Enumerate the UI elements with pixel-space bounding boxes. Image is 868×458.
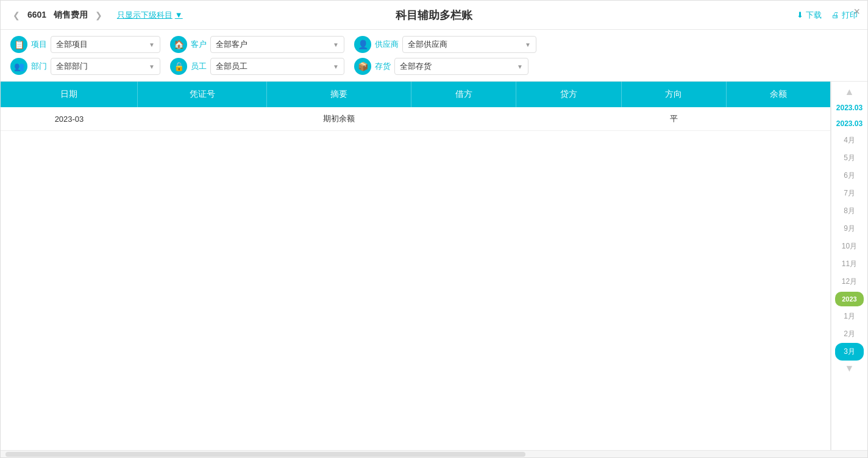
timeline-year-2023[interactable]: 2023 bbox=[835, 292, 864, 306]
show-sub-button[interactable]: 只显示下级科目 ▼ bbox=[117, 10, 183, 21]
bottom-scrollbar-thumb bbox=[5, 452, 525, 457]
main-window: ❮ 6601 销售费用 ❯ 只显示下级科目 ▼ 科目辅助多栏账 ⬇ 下载 🖨 打… bbox=[0, 0, 868, 458]
employee-select-value: 全部员工 bbox=[216, 61, 247, 72]
next-arrow[interactable]: ❯ bbox=[93, 9, 105, 21]
timeline-item-2023-03-1[interactable]: 2023.03 bbox=[831, 100, 867, 116]
col-voucher: 凭证号 bbox=[138, 82, 267, 107]
project-label: 项目 bbox=[31, 39, 47, 50]
employee-select[interactable]: 全部员工 ▼ bbox=[210, 58, 344, 75]
customer-label: 客户 bbox=[191, 39, 207, 50]
timeline-item-10[interactable]: 10月 bbox=[831, 238, 867, 255]
table-row: 2023-03期初余额平 bbox=[1, 107, 830, 131]
cell-voucher bbox=[138, 107, 267, 131]
department-label: 部门 bbox=[31, 61, 47, 72]
customer-filter-item: 🏠 客户 全部客户 ▼ bbox=[170, 36, 344, 53]
account-code-number: 6601 bbox=[27, 10, 46, 19]
prev-arrow[interactable]: ❮ bbox=[10, 9, 23, 21]
timeline-item-12[interactable]: 12月 bbox=[831, 273, 867, 291]
timeline-item-4[interactable]: 4月 bbox=[831, 132, 867, 149]
customer-select-value: 全部客户 bbox=[216, 39, 247, 50]
supplier-select-arrow-icon: ▼ bbox=[525, 41, 531, 48]
timeline-down-arrow[interactable]: ▼ bbox=[831, 361, 867, 376]
cell-date: 2023-03 bbox=[1, 107, 138, 131]
cell-debit bbox=[411, 107, 516, 131]
col-debit: 借方 bbox=[411, 82, 516, 107]
inventory-label: 存货 bbox=[375, 61, 391, 72]
supplier-label: 供应商 bbox=[375, 39, 399, 50]
department-select-arrow-icon: ▼ bbox=[149, 63, 155, 70]
department-icon: 👥 bbox=[10, 58, 27, 75]
col-direction: 方向 bbox=[621, 82, 726, 107]
main-area: 日期 凭证号 摘要 借方 贷方 方向 余额 2023-03期初余额平 ▲ 202… bbox=[1, 82, 867, 450]
inventory-filter-item: 📦 存货 全部存货 ▼ bbox=[354, 58, 528, 75]
employee-label: 员工 bbox=[191, 61, 207, 72]
inventory-select[interactable]: 全部存货 ▼ bbox=[394, 58, 528, 75]
inventory-select-value: 全部存货 bbox=[400, 61, 432, 72]
print-icon: 🖨 bbox=[831, 10, 839, 19]
employee-icon: 🔒 bbox=[170, 58, 187, 75]
employee-select-arrow-icon: ▼ bbox=[333, 63, 339, 70]
timeline-item-11[interactable]: 11月 bbox=[831, 255, 867, 273]
timeline-up-arrow[interactable]: ▲ bbox=[831, 84, 867, 100]
close-button[interactable]: × bbox=[853, 5, 860, 18]
supplier-select[interactable]: 全部供应商 ▼ bbox=[402, 36, 536, 53]
col-balance: 余额 bbox=[726, 82, 830, 107]
project-icon: 📋 bbox=[10, 36, 27, 53]
customer-icon: 🏠 bbox=[170, 36, 187, 53]
col-date: 日期 bbox=[1, 82, 138, 107]
cell-credit bbox=[516, 107, 621, 131]
department-filter-item: 👥 部门 全部部门 ▼ bbox=[10, 58, 160, 75]
project-select[interactable]: 全部项目 ▼ bbox=[51, 36, 160, 53]
show-sub-label: 只显示下级科目 bbox=[117, 10, 173, 21]
cell-summary: 期初余额 bbox=[267, 107, 411, 131]
timeline-item-1[interactable]: 1月 bbox=[831, 308, 867, 325]
ledger-table: 日期 凭证号 摘要 借方 贷方 方向 余额 2023-03期初余额平 bbox=[1, 82, 830, 131]
download-button[interactable]: ⬇ 下载 bbox=[797, 10, 822, 21]
page-title: 科目辅助多栏账 bbox=[396, 8, 472, 23]
inventory-icon: 📦 bbox=[354, 58, 371, 75]
timeline-item-6[interactable]: 6月 bbox=[831, 167, 867, 185]
timeline-item-3-active[interactable]: 3月 bbox=[835, 343, 864, 361]
supplier-filter-item: 👤 供应商 全部供应商 ▼ bbox=[354, 36, 536, 53]
account-name: 销售费用 bbox=[54, 10, 88, 19]
download-label: 下载 bbox=[806, 10, 822, 21]
customer-select[interactable]: 全部客户 ▼ bbox=[210, 36, 344, 53]
filter-row-1: 📋 项目 全部项目 ▼ 🏠 客户 全部客户 ▼ 👤 供应商 bbox=[10, 36, 858, 53]
timeline-item-7[interactable]: 7月 bbox=[831, 185, 867, 202]
download-icon: ⬇ bbox=[797, 10, 803, 19]
title-left: ❮ 6601 销售费用 ❯ 只显示下级科目 ▼ bbox=[10, 9, 183, 21]
project-select-value: 全部项目 bbox=[56, 39, 88, 50]
timeline-sidebar[interactable]: ▲ 2023.03 2023.03 4月 5月 6月 7月 8月 9月 10月 … bbox=[831, 82, 867, 450]
inventory-select-arrow-icon: ▼ bbox=[517, 63, 523, 70]
col-summary: 摘要 bbox=[267, 82, 411, 107]
timeline-item-5[interactable]: 5月 bbox=[831, 149, 867, 167]
customer-select-arrow-icon: ▼ bbox=[333, 41, 339, 48]
title-bar: ❮ 6601 销售费用 ❯ 只显示下级科目 ▼ 科目辅助多栏账 ⬇ 下载 🖨 打… bbox=[1, 1, 867, 30]
filter-row-2: 👥 部门 全部部门 ▼ 🔒 员工 全部员工 ▼ 📦 存货 bbox=[10, 58, 858, 75]
col-credit: 贷方 bbox=[516, 82, 621, 107]
account-code: 6601 销售费用 bbox=[27, 10, 88, 21]
table-container[interactable]: 日期 凭证号 摘要 借方 贷方 方向 余额 2023-03期初余额平 bbox=[1, 82, 831, 450]
supplier-select-value: 全部供应商 bbox=[408, 39, 447, 50]
project-select-arrow-icon: ▼ bbox=[149, 41, 155, 48]
department-select-value: 全部部门 bbox=[56, 61, 88, 72]
show-sub-arrow-icon: ▼ bbox=[175, 10, 183, 19]
employee-filter-item: 🔒 员工 全部员工 ▼ bbox=[170, 58, 344, 75]
supplier-icon: 👤 bbox=[354, 36, 371, 53]
timeline-item-2023-03-2[interactable]: 2023.03 bbox=[831, 116, 867, 132]
filter-area: 📋 项目 全部项目 ▼ 🏠 客户 全部客户 ▼ 👤 供应商 bbox=[1, 30, 867, 82]
cell-balance bbox=[726, 107, 830, 131]
project-filter-item: 📋 项目 全部项目 ▼ bbox=[10, 36, 160, 53]
title-right: ⬇ 下载 🖨 打印 × bbox=[797, 10, 858, 21]
table-header-row: 日期 凭证号 摘要 借方 贷方 方向 余额 bbox=[1, 82, 830, 107]
timeline-item-8[interactable]: 8月 bbox=[831, 202, 867, 220]
department-select[interactable]: 全部部门 ▼ bbox=[51, 58, 160, 75]
timeline-item-9[interactable]: 9月 bbox=[831, 220, 867, 238]
bottom-scrollbar-bar[interactable] bbox=[1, 450, 867, 457]
cell-direction: 平 bbox=[621, 107, 726, 131]
timeline-item-2[interactable]: 2月 bbox=[831, 325, 867, 343]
